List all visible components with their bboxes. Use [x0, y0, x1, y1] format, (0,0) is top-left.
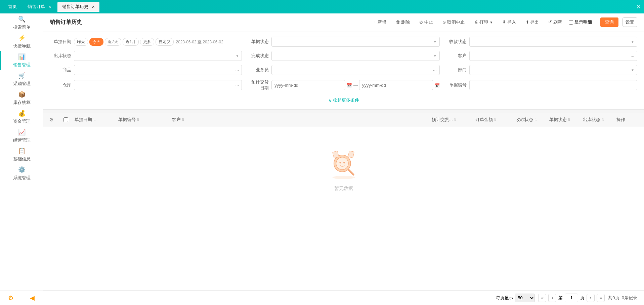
tab-sales-order-label: 销售订单 [28, 4, 45, 10]
tab-home[interactable]: 首页 [3, 2, 22, 12]
stop-button[interactable]: ⊘ 中止 [417, 18, 436, 27]
sidebar-item-operations[interactable]: 📈 经营管理 [0, 126, 43, 145]
tab-sales-order[interactable]: 销售订单 ✕ [23, 2, 56, 12]
sidebar-item-search-menu-label: 搜索菜单 [13, 24, 31, 30]
delivery-date-to-input[interactable] [359, 80, 433, 90]
sales-mgmt-icon: 📊 [18, 53, 26, 61]
sidebar-item-system-label: 系统管理 [13, 175, 31, 181]
per-page-label: 每页显示 [496, 295, 513, 301]
salesperson-select[interactable]: ··· [271, 65, 439, 75]
sidebar-settings-icon[interactable]: ⚙ [8, 294, 13, 302]
complete-status-item: 完成状态 ▼ [247, 51, 439, 61]
date-filter-label: 单据日期 [50, 39, 71, 45]
sidebar-item-base-info[interactable]: 📋 基础信息 [0, 145, 43, 164]
empty-state: 暂无数据 [43, 126, 644, 212]
delivery-date-from-input[interactable] [271, 80, 345, 90]
show-details-checkbox[interactable] [569, 20, 573, 25]
salesperson-more[interactable]: ··· [433, 68, 437, 73]
add-button[interactable]: + 新增 [371, 18, 389, 27]
export-button[interactable]: ⬆ 导出 [523, 18, 542, 27]
th-number[interactable]: 单据编号 ⇅ [116, 117, 169, 123]
refresh-button[interactable]: ↺ 刷新 [546, 18, 565, 27]
show-details-label: 显示明细 [574, 19, 592, 25]
show-details-control[interactable]: 显示明细 [569, 19, 592, 25]
sidebar-item-system[interactable]: ⚙️ 系统管理 [0, 164, 43, 183]
sidebar-item-purchase-mgmt[interactable]: 🛒 采购管理 [0, 70, 43, 89]
page-label: 第 [558, 295, 563, 301]
calendar-icon-from[interactable]: 📅 [347, 83, 352, 88]
date-last-month-btn[interactable]: 近1月 [123, 38, 139, 46]
product-select[interactable]: ··· [74, 65, 242, 75]
table-area: ⚙ 单据日期 ⇅ 单据编号 ⇅ 客户 ⇅ 预计交货... [43, 113, 644, 290]
date-yesterday-btn[interactable]: 昨天 [74, 38, 88, 46]
main-layout: 🔍 搜索菜单 ⚡ 快捷导航 📊 销售管理 🛒 采购管理 📦 库存核算 💰 资金管… [0, 13, 644, 305]
complete-status-select[interactable]: ▼ [271, 51, 439, 61]
department-select[interactable]: ▼ [469, 65, 637, 75]
customer-select[interactable]: ··· [469, 51, 637, 61]
th-check[interactable] [60, 117, 72, 122]
tab-home-label: 首页 [8, 4, 17, 10]
warehouse-more[interactable]: ··· [235, 83, 239, 88]
window-close-icon[interactable]: ✕ [636, 4, 641, 10]
th-order-status[interactable]: 单据状态 ⇅ [547, 117, 580, 123]
settings-button[interactable]: 设置 [622, 17, 637, 27]
svg-point-0 [332, 176, 355, 179]
th-amount[interactable]: 订单金额 ⇅ [473, 117, 513, 123]
cancel-stop-button[interactable]: ⊙ 取消中止 [440, 18, 467, 27]
gear-icon[interactable]: ⚙ [49, 117, 53, 123]
complete-status-arrow: ▼ [433, 54, 437, 58]
salesperson-item: 业务员 ··· [247, 65, 439, 75]
sidebar: 🔍 搜索菜单 ⚡ 快捷导航 📊 销售管理 🛒 采购管理 📦 库存核算 💰 资金管… [0, 13, 43, 305]
select-all-checkbox[interactable] [63, 117, 68, 122]
sidebar-item-finance[interactable]: 💰 资金管理 [0, 108, 43, 126]
sort-delivery-icon: ⇅ [454, 118, 457, 121]
order-number-input[interactable] [469, 80, 637, 90]
customer-more[interactable]: ··· [631, 53, 634, 59]
tab-sales-order-close[interactable]: ✕ [48, 5, 51, 9]
page-number-input[interactable] [565, 294, 578, 302]
date-last7-btn[interactable]: 近7天 [105, 38, 121, 46]
product-more[interactable]: ··· [235, 68, 239, 73]
prev-page-button[interactable]: ‹ [548, 294, 556, 302]
th-date[interactable]: 单据日期 ⇅ [72, 117, 116, 123]
date-filter-item: 单据日期 昨天 今天 近7天 近1月 更多 自定义 2023-06-02 至 2… [50, 38, 242, 46]
order-status-select[interactable]: ▼ [271, 37, 439, 47]
sidebar-bottom: ⚙ ◀ [0, 291, 43, 305]
per-page-select[interactable]: 50 10 20 100 [515, 294, 535, 302]
sidebar-item-quick-nav[interactable]: ⚡ 快捷导航 [0, 32, 43, 51]
sidebar-item-search-menu[interactable]: 🔍 搜索菜单 [0, 13, 43, 32]
warehouse-select[interactable]: ··· [74, 80, 242, 90]
query-button[interactable]: 查询 [600, 17, 618, 27]
tab-sales-order-history-close[interactable]: ✕ [92, 5, 95, 9]
date-today-btn[interactable]: 今天 [89, 38, 103, 46]
out-status-select[interactable]: ▼ [74, 51, 242, 61]
collapse-bar[interactable]: ∧ 收起更多条件 [50, 95, 637, 106]
next-page-button[interactable]: › [587, 294, 595, 302]
delete-button[interactable]: 🗑 删除 [393, 18, 413, 27]
th-action: 操作 [614, 117, 641, 123]
sidebar-item-inventory[interactable]: 📦 库存核算 [0, 89, 43, 108]
product-item: 商品 ··· [50, 65, 242, 75]
th-delivery[interactable]: 预计交货... ⇅ [429, 117, 473, 123]
import-button[interactable]: ⬇ 导入 [500, 18, 519, 27]
page-size-control: 每页显示 50 10 20 100 [496, 294, 535, 302]
th-customer[interactable]: 客户 ⇅ [169, 117, 429, 123]
calendar-icon-to[interactable]: 📅 [434, 83, 440, 88]
sidebar-item-sales-mgmt-label: 销售管理 [13, 62, 31, 68]
operations-icon: 📈 [18, 128, 26, 136]
th-settings[interactable]: ⚙ [46, 117, 60, 123]
sidebar-item-sales-mgmt[interactable]: 📊 销售管理 [0, 51, 43, 70]
print-dropdown-icon: ▼ [489, 21, 493, 24]
tab-sales-order-history[interactable]: 销售订单历史 ✕ [57, 2, 99, 12]
last-page-button[interactable]: » [597, 294, 605, 302]
print-button[interactable]: 🖨 打印 ▼ [471, 18, 496, 27]
payment-status-select[interactable]: ▼ [469, 37, 637, 47]
date-custom-btn[interactable]: 自定义 [156, 38, 174, 46]
sidebar-collapse-icon[interactable]: ◀ [30, 294, 35, 302]
department-item: 部门 ▼ [445, 65, 637, 75]
first-page-button[interactable]: « [538, 294, 546, 302]
date-more-btn[interactable]: 更多 [140, 38, 154, 46]
th-pay-status[interactable]: 收款状态 ⇅ [513, 117, 547, 123]
delivery-date-item: 预计交货日期 📅 — 📅 [247, 79, 439, 91]
th-out-status[interactable]: 出库状态 ⇅ [580, 117, 614, 123]
